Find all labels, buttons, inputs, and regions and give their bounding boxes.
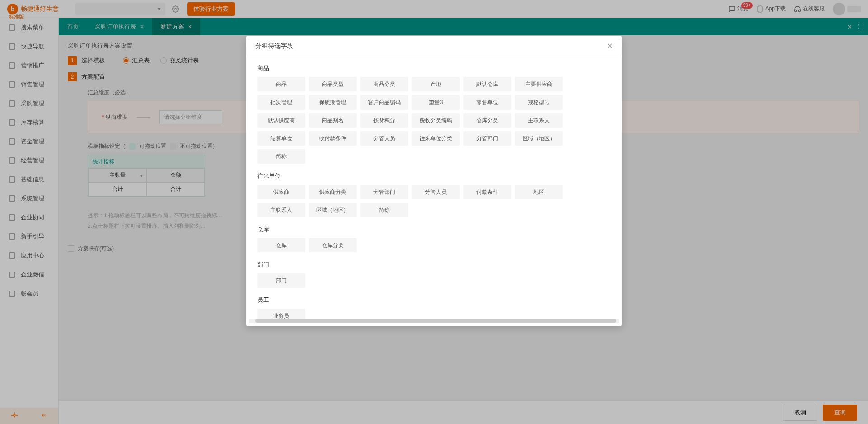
field-group-title: 仓库 — [257, 225, 611, 233]
field-chip[interactable]: 商品别名 — [309, 113, 357, 128]
field-group-title: 往来单位 — [257, 172, 611, 180]
field-group-3: 部门部门 — [257, 261, 611, 288]
field-chip[interactable]: 重量3 — [412, 95, 460, 110]
modal-header: 分组待选字段 ✕ — [246, 36, 622, 56]
field-chip[interactable]: 简称 — [360, 203, 408, 217]
field-chip[interactable]: 默认供应商 — [257, 113, 305, 128]
field-chip[interactable]: 默认仓库 — [463, 77, 511, 91]
field-group-4: 员工业务员 — [257, 296, 611, 319]
field-chip[interactable]: 结算单位 — [257, 131, 305, 146]
field-group-title: 员工 — [257, 296, 611, 304]
field-chip[interactable]: 分管人员 — [360, 131, 408, 146]
field-chip[interactable]: 区域（地区） — [309, 203, 357, 217]
field-chip[interactable]: 批次管理 — [257, 95, 305, 110]
field-group-0: 商品商品商品类型商品分类产地默认仓库主要供应商批次管理保质期管理客户商品编码重量… — [257, 64, 611, 164]
field-chip[interactable]: 税收分类编码 — [412, 113, 460, 128]
field-group-title: 商品 — [257, 64, 611, 72]
field-chip[interactable]: 区域（地区） — [515, 131, 563, 146]
field-chip[interactable]: 主联系人 — [257, 203, 305, 217]
field-chip[interactable]: 主联系人 — [515, 113, 563, 128]
field-chip[interactable]: 客户商品编码 — [360, 95, 408, 110]
field-chip[interactable]: 零售单位 — [463, 95, 511, 110]
field-chip[interactable]: 分管部门 — [360, 185, 408, 199]
field-chip[interactable]: 拣货积分 — [360, 113, 408, 128]
field-chip[interactable]: 地区 — [515, 185, 563, 199]
field-group-2: 仓库仓库仓库分类 — [257, 225, 611, 252]
field-chip[interactable]: 付款条件 — [463, 185, 511, 199]
field-chip[interactable]: 仓库分类 — [309, 238, 357, 252]
field-chip[interactable]: 主要供应商 — [515, 77, 563, 91]
modal-horizontal-scrollbar[interactable] — [249, 319, 619, 323]
modal-close-icon[interactable]: ✕ — [607, 42, 613, 50]
field-chip[interactable]: 规格型号 — [515, 95, 563, 110]
field-chip[interactable]: 仓库 — [257, 238, 305, 252]
field-chip[interactable]: 商品 — [257, 77, 305, 91]
field-chip[interactable]: 业务员 — [257, 309, 305, 319]
field-chip[interactable]: 分管人员 — [412, 185, 460, 199]
field-group-1: 往来单位供应商供应商分类分管部门分管人员付款条件地区主联系人区域（地区）简称 — [257, 172, 611, 217]
field-chip[interactable]: 收付款条件 — [309, 131, 357, 146]
modal-overlay[interactable]: 分组待选字段 ✕ 商品商品商品类型商品分类产地默认仓库主要供应商批次管理保质期管… — [0, 0, 868, 424]
field-group-title: 部门 — [257, 261, 611, 269]
modal-title: 分组待选字段 — [255, 42, 293, 50]
field-chip[interactable]: 仓库分类 — [463, 113, 511, 128]
field-selector-modal: 分组待选字段 ✕ 商品商品商品类型商品分类产地默认仓库主要供应商批次管理保质期管… — [246, 36, 622, 326]
field-chip[interactable]: 供应商分类 — [309, 185, 357, 199]
field-chip[interactable]: 商品类型 — [309, 77, 357, 91]
field-chip[interactable]: 往来单位分类 — [412, 131, 460, 146]
field-chip[interactable]: 商品分类 — [360, 77, 408, 91]
field-chip[interactable]: 供应商 — [257, 185, 305, 199]
field-chip[interactable]: 产地 — [412, 77, 460, 91]
modal-body: 商品商品商品类型商品分类产地默认仓库主要供应商批次管理保质期管理客户商品编码重量… — [246, 56, 622, 319]
field-chip[interactable]: 保质期管理 — [309, 95, 357, 110]
field-chip[interactable]: 简称 — [257, 149, 305, 164]
field-chip[interactable]: 分管部门 — [463, 131, 511, 146]
field-chip[interactable]: 部门 — [257, 273, 305, 288]
